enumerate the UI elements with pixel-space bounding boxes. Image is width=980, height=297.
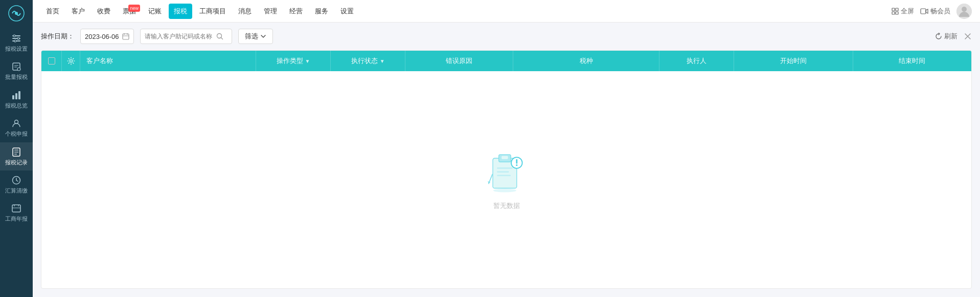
- svg-rect-16: [12, 205, 20, 212]
- th-checkbox[interactable]: [41, 51, 62, 71]
- search-input-wrap[interactable]: [140, 29, 232, 44]
- avatar-image: [956, 4, 972, 19]
- empty-text: 暂无数据: [493, 201, 520, 210]
- nav-item-accounts[interactable]: 记账: [143, 4, 167, 19]
- svg-rect-24: [123, 34, 129, 39]
- nav-item-settings[interactable]: 设置: [335, 4, 359, 19]
- chevron-down-icon: [260, 33, 266, 39]
- gear-icon: [67, 57, 75, 65]
- overview-icon: [11, 90, 22, 101]
- filter-label: 筛选: [245, 32, 258, 41]
- fullscreen-icon: [892, 8, 899, 15]
- search-input[interactable]: [145, 33, 216, 40]
- svg-rect-29: [502, 156, 508, 159]
- svg-rect-31: [497, 171, 509, 173]
- sidebar-item-batch-tax[interactable]: 批量报税: [0, 57, 33, 85]
- sidebar-item-tax-overview[interactable]: 报税总览: [0, 86, 33, 114]
- nav-item-home[interactable]: 首页: [41, 4, 64, 19]
- top-nav: 首页 客户 收费 票据 new 记账 报税 工商项目 消息 管理 经营 服务 设…: [33, 0, 980, 23]
- nav-item-tax[interactable]: 报税: [169, 4, 192, 19]
- svg-rect-32: [497, 175, 511, 176]
- close-icon: [964, 32, 972, 40]
- annual-icon: [11, 203, 22, 214]
- video-icon: [920, 7, 928, 15]
- refresh-label: 刷新: [944, 32, 958, 41]
- member-button[interactable]: 畅会员: [920, 7, 950, 16]
- sidebar-item-tax-settings[interactable]: 报税设置: [0, 29, 33, 57]
- th-error: 错误原因: [405, 51, 513, 71]
- svg-rect-18: [896, 8, 898, 11]
- records-icon: [11, 146, 22, 158]
- svg-rect-20: [896, 12, 898, 14]
- date-input[interactable]: 2023-06-06: [80, 29, 134, 44]
- filter-button[interactable]: 筛选: [238, 29, 273, 44]
- op-type-filter-icon[interactable]: ▼: [305, 58, 310, 64]
- th-op-type: 操作类型 ▼: [256, 51, 331, 71]
- top-nav-right: 全屏 畅会员: [892, 4, 972, 19]
- svg-point-26: [70, 60, 72, 62]
- th-tax: 税种: [513, 51, 659, 71]
- sidebar-item-label: 汇算清缴: [5, 187, 28, 195]
- svg-point-6: [17, 37, 19, 39]
- nav-item-messages[interactable]: 消息: [233, 4, 257, 19]
- date-value: 2023-06-06: [85, 33, 119, 40]
- sidebar-item-tax-records[interactable]: 报税记录: [0, 142, 33, 171]
- th-exec-status: 执行状态 ▼: [331, 51, 405, 71]
- svg-point-9: [17, 68, 20, 71]
- close-button[interactable]: [964, 32, 972, 40]
- sidebar: 报税设置 批量报税 报税总览 个税申报: [0, 0, 33, 297]
- svg-rect-10: [12, 95, 14, 99]
- nav-item-customer[interactable]: 客户: [66, 4, 90, 19]
- sidebar-item-label: 报税设置: [5, 45, 28, 53]
- fullscreen-button[interactable]: 全屏: [892, 7, 914, 16]
- sidebar-item-label: 报税总览: [5, 102, 28, 110]
- refresh-button[interactable]: 刷新: [935, 32, 958, 41]
- table-header: 客户名称 操作类型 ▼ 执行状态 ▼ 错误原因 税种 执行人: [41, 51, 971, 71]
- empty-state: 暂无数据: [473, 139, 540, 221]
- search-icon: [216, 33, 223, 40]
- svg-rect-12: [18, 91, 20, 99]
- th-gear[interactable]: [62, 51, 80, 71]
- toolbar: 操作日期： 2023-06-06 筛选: [33, 23, 980, 50]
- nav-item-management[interactable]: 管理: [259, 4, 282, 19]
- date-label: 操作日期：: [41, 32, 74, 41]
- th-end-time: 结束时间: [853, 51, 971, 71]
- svg-point-7: [14, 40, 16, 42]
- settings-icon: [11, 33, 22, 44]
- refresh-icon: [935, 33, 942, 40]
- sidebar-item-annual-report[interactable]: 工商年报: [0, 199, 33, 227]
- content-area: 操作日期： 2023-06-06 筛选: [33, 23, 980, 297]
- svg-point-5: [13, 35, 15, 37]
- fullscreen-label: 全屏: [901, 7, 914, 16]
- nav-item-operations[interactable]: 经营: [284, 4, 308, 19]
- svg-rect-11: [15, 93, 17, 99]
- nav-item-invoice[interactable]: 票据 new: [118, 4, 141, 19]
- nav-item-billing[interactable]: 收费: [92, 4, 116, 19]
- empty-illustration: [484, 149, 530, 195]
- avatar[interactable]: [956, 4, 972, 19]
- sidebar-item-personal-tax[interactable]: 个税申报: [0, 114, 33, 142]
- personal-icon: [11, 118, 22, 129]
- new-badge: new: [128, 5, 140, 12]
- member-label: 畅会员: [930, 7, 950, 16]
- sidebar-item-label: 个税申报: [5, 130, 28, 138]
- svg-point-35: [516, 164, 517, 166]
- svg-rect-21: [921, 9, 926, 14]
- exec-status-filter-icon[interactable]: ▼: [380, 58, 385, 64]
- svg-rect-17: [892, 8, 895, 11]
- toolbar-right: 刷新: [935, 32, 972, 41]
- select-all-checkbox[interactable]: [48, 57, 55, 65]
- svg-rect-19: [892, 12, 895, 14]
- svg-rect-34: [516, 159, 517, 164]
- sidebar-item-label: 批量报税: [5, 73, 28, 81]
- th-executor: 执行人: [659, 51, 734, 71]
- nav-items: 首页 客户 收费 票据 new 记账 报税 工商项目 消息 管理 经营 服务 设…: [41, 4, 892, 19]
- sidebar-item-settlement[interactable]: 汇算清缴: [0, 171, 33, 199]
- nav-item-services[interactable]: 服务: [310, 4, 333, 19]
- svg-rect-30: [497, 167, 513, 169]
- nav-item-business[interactable]: 工商项目: [194, 4, 231, 19]
- svg-point-1: [15, 12, 18, 15]
- settlement-icon: [11, 175, 22, 186]
- app-logo[interactable]: [7, 4, 26, 23]
- svg-point-23: [962, 7, 967, 12]
